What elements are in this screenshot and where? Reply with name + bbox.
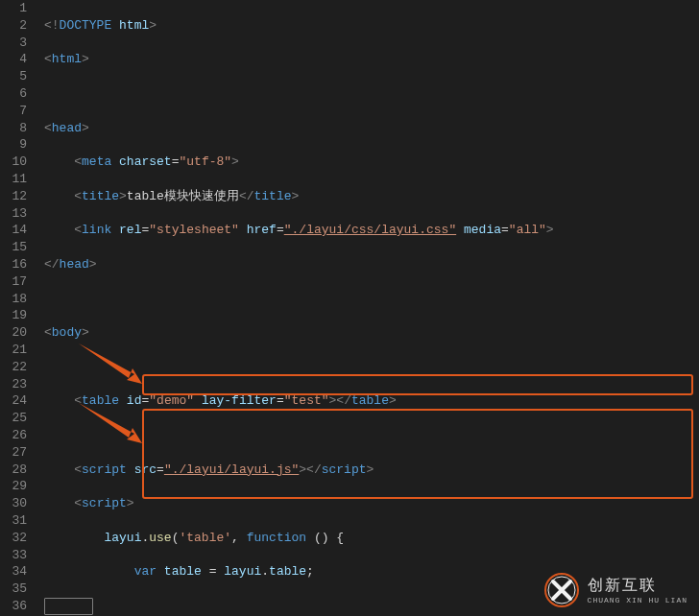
code-line: <script src="./layui/layui.js"></script> bbox=[36, 462, 699, 479]
line-number: 22 bbox=[4, 359, 27, 376]
line-number: 16 bbox=[4, 256, 27, 273]
line-number: 17 bbox=[4, 273, 27, 291]
code-line: <title>table模块快速使用</title> bbox=[36, 188, 699, 205]
line-number: 19 bbox=[4, 307, 27, 324]
line-number: 34 bbox=[4, 563, 27, 580]
line-number: 1 bbox=[4, 0, 27, 17]
code-line: <head> bbox=[36, 120, 699, 137]
code-line bbox=[36, 359, 699, 376]
line-number: 35 bbox=[4, 580, 27, 598]
code-line: <link rel="stylesheet" href="./layui/css… bbox=[36, 222, 699, 239]
line-number: 28 bbox=[4, 462, 27, 479]
line-number: 2 bbox=[4, 17, 27, 35]
line-number: 3 bbox=[4, 35, 27, 52]
code-line: <!DOCTYPE html> bbox=[36, 17, 699, 35]
line-number: 30 bbox=[4, 495, 27, 512]
line-number: 24 bbox=[4, 392, 27, 410]
code-line: </head> bbox=[36, 256, 699, 273]
line-number: 29 bbox=[4, 478, 27, 495]
line-number: 36 bbox=[4, 598, 27, 615]
code-line bbox=[36, 427, 699, 444]
line-number: 15 bbox=[4, 239, 27, 256]
code-line bbox=[36, 85, 699, 103]
line-number: 23 bbox=[4, 376, 27, 393]
code-line: <body> bbox=[36, 324, 699, 342]
line-number: 20 bbox=[4, 324, 27, 342]
line-number: 4 bbox=[4, 51, 27, 68]
line-number: 6 bbox=[4, 85, 27, 103]
line-number: 18 bbox=[4, 291, 27, 308]
line-number: 25 bbox=[4, 410, 27, 427]
code-line: <meta charset="utf-8"> bbox=[36, 154, 699, 171]
watermark-subtitle: CHUANG XIN HU LIAN bbox=[588, 596, 687, 604]
line-number: 13 bbox=[4, 205, 27, 223]
line-number: 33 bbox=[4, 547, 27, 564]
line-number: 26 bbox=[4, 427, 27, 444]
watermark: 创新互联 CHUANG XIN HU LIAN bbox=[543, 572, 687, 608]
code-line: <table id="demo" lay-filter="test"></tab… bbox=[36, 392, 699, 410]
line-number: 7 bbox=[4, 103, 27, 120]
code-line: <script> bbox=[36, 495, 699, 512]
line-number: 9 bbox=[4, 136, 27, 154]
line-number: 32 bbox=[4, 530, 27, 547]
watermark-title: 创新互联 bbox=[588, 576, 687, 596]
code-line bbox=[36, 291, 699, 308]
code-area[interactable]: <!DOCTYPE html> <html> <head> <meta char… bbox=[36, 0, 699, 616]
cursor-selection-box bbox=[44, 598, 93, 615]
line-number: 5 bbox=[4, 68, 27, 85]
watermark-logo-icon bbox=[543, 572, 580, 608]
code-line: layui.use('table', function () { bbox=[36, 530, 699, 547]
line-number-gutter: 1 2 3 4 5 6 7 8 9 10 11 12 13 14 15 16 1… bbox=[0, 0, 36, 616]
code-editor[interactable]: 1 2 3 4 5 6 7 8 9 10 11 12 13 14 15 16 1… bbox=[0, 0, 699, 616]
line-number: 12 bbox=[4, 188, 27, 205]
line-number: 8 bbox=[4, 120, 27, 137]
line-number: 11 bbox=[4, 171, 27, 188]
line-number: 21 bbox=[4, 342, 27, 359]
line-number: 10 bbox=[4, 154, 27, 171]
code-line: <html> bbox=[36, 51, 699, 68]
line-number: 14 bbox=[4, 222, 27, 239]
line-number: 31 bbox=[4, 512, 27, 530]
line-number: 27 bbox=[4, 444, 27, 462]
